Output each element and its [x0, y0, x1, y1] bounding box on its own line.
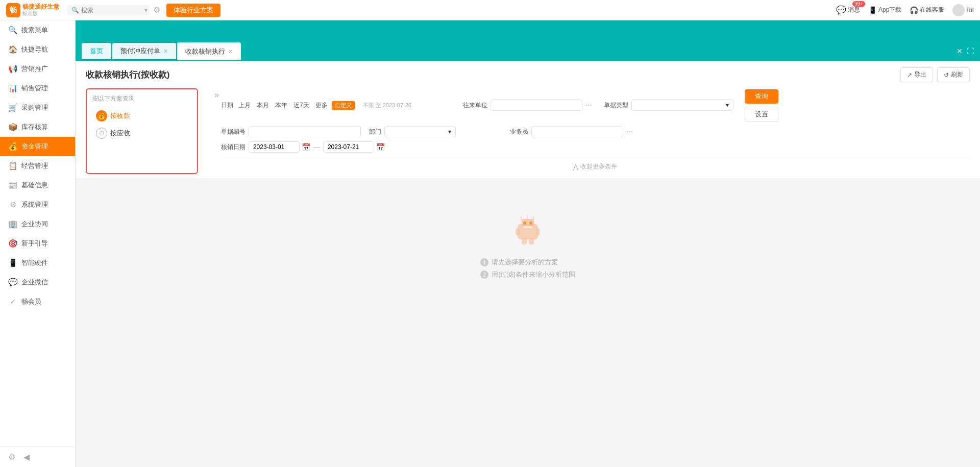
solution-button[interactable]: 体验行业方案 [166, 4, 220, 17]
message-badge: 99+ [852, 1, 865, 7]
filter-option-by-receivable[interactable]: ⏱ 按应收 [92, 125, 192, 142]
collapse-more-conditions[interactable]: ⋀ 收起更多条件 [221, 159, 970, 174]
sidebar-item-inventory[interactable]: 📦 库存核算 [0, 117, 75, 137]
refresh-button[interactable]: ↺ 刷新 [937, 67, 970, 82]
user-button[interactable]: Rit [952, 4, 974, 16]
sidebar-item-business[interactable]: 📋 经营管理 [0, 156, 75, 176]
date-custom-tag[interactable]: 自定义 [332, 101, 355, 110]
tab-receipt[interactable]: 收款核销执行 ✕ [177, 42, 241, 60]
filter-field-counterpart: 往来单位 ··· [463, 100, 596, 111]
sidebar-item-basic[interactable]: 📰 基础信息 [0, 176, 75, 195]
empty-state-image [507, 209, 548, 250]
empty-state: 1 请先选择要分析的方案 2 用[过滤]条件来缩小分析范围 [76, 178, 980, 300]
sidebar-item-enterprise[interactable]: 🏢 企业协同 [0, 214, 75, 234]
page-content: 收款核销执行(按收款) ↗ 导出 ↺ 刷新 按以下方案 [76, 61, 980, 467]
filter-buttons: 查询 设置 [745, 89, 778, 122]
svg-point-2 [523, 222, 526, 225]
enterprise-icon: 🏢 [8, 219, 17, 229]
dept-select[interactable]: ▾ [384, 126, 456, 137]
staff-dots-icon[interactable]: ··· [626, 127, 633, 136]
date-range-separator: — [313, 143, 320, 151]
date-shortcut-this-month[interactable]: 本月 [255, 100, 271, 111]
sidebar-item-label: 经营管理 [21, 161, 48, 170]
message-button[interactable]: 💬 消息 99+ [836, 5, 860, 15]
service-label: 在线客服 [920, 6, 944, 14]
date-label: 日期 [221, 101, 233, 110]
sidebar-item-guide[interactable]: 🎯 新手引导 [0, 234, 75, 253]
sidebar-item-marketing[interactable]: 📢 营销推广 [0, 59, 75, 79]
dept-label: 部门 [369, 128, 381, 136]
tip-num-1: 1 [480, 258, 488, 266]
export-icon: ↗ [907, 71, 912, 79]
doc-type-select[interactable]: ▾ [631, 100, 733, 111]
tab-receipt-close[interactable]: ✕ [228, 48, 233, 55]
sidebar-item-member[interactable]: ✓ 畅会员 [0, 292, 75, 311]
sidebar-item-hardware[interactable]: 📱 智能硬件 [0, 253, 75, 273]
verify-date-end-input[interactable] [323, 141, 374, 153]
date-shortcut-7days[interactable]: 近7天 [291, 100, 311, 111]
filter-field-date: 日期 上月 本月 本年 近7天 更多 自定义 [221, 100, 355, 111]
filter-field-verify-date: 核销日期 📅 — 📅 [221, 141, 385, 153]
page-title: 收款核销执行(按收款) [86, 69, 169, 81]
filter-field-doc-no: 单据编号 [221, 126, 361, 137]
chevron-up-icon: ⋀ [573, 163, 578, 170]
filter-scheme-panel: 按以下方案查询 💰 按收款 ⏱ 按应收 [86, 88, 198, 174]
tab-expand-icon[interactable]: ⛶ [967, 47, 974, 55]
tabs-bar: 首页 预付冲应付单 ✕ 收款核销执行 ✕ ✕ ⛶ [76, 41, 980, 61]
staff-label: 业务员 [510, 128, 528, 136]
business-icon: 📋 [8, 161, 17, 170]
sidebar-item-quick[interactable]: 🏠 快捷导航 [0, 40, 75, 59]
tab-home-label: 首页 [90, 46, 103, 56]
tab-prepay[interactable]: 预付冲应付单 ✕ [112, 43, 176, 59]
date-shortcut-last-month[interactable]: 上月 [236, 100, 253, 111]
export-button[interactable]: ↗ 导出 [900, 67, 933, 82]
page-actions: ↗ 导出 ↺ 刷新 [900, 67, 970, 82]
verify-date-end-group: 📅 [323, 141, 385, 153]
sidebar-item-system[interactable]: ⚙ 系统管理 [0, 195, 75, 214]
settings-icon[interactable]: ⚙ [8, 452, 15, 462]
collapse-filter-left-button[interactable]: » [212, 88, 221, 102]
sidebar-item-label: 营销推广 [21, 64, 48, 73]
doc-no-input[interactable] [249, 126, 361, 137]
settings-button[interactable]: 设置 [745, 107, 778, 122]
calendar-end-icon[interactable]: 📅 [376, 143, 385, 151]
filter-option-by-receipt[interactable]: 💰 按收款 [92, 107, 192, 125]
calendar-start-icon[interactable]: 📅 [302, 143, 310, 151]
collapse-label: 收起更多条件 [580, 162, 617, 171]
staff-input[interactable] [531, 126, 623, 137]
avatar [952, 4, 965, 16]
message-label: 消息 [848, 6, 860, 14]
sidebar-item-finance[interactable]: 💰 资金管理 [0, 137, 75, 156]
sidebar-item-sales[interactable]: 📊 销售管理 [0, 79, 75, 98]
verify-date-start-input[interactable] [249, 141, 300, 153]
tab-home[interactable]: 首页 [82, 43, 111, 59]
sidebar-item-search[interactable]: 🔍 搜索菜单 [0, 20, 75, 40]
logo-icon: 畅 [6, 3, 20, 17]
counterpart-dots-icon[interactable]: ··· [585, 101, 592, 110]
doc-type-label: 单据类型 [604, 101, 628, 110]
appdown-label: App下载 [878, 6, 901, 14]
query-button[interactable]: 查询 [745, 89, 778, 104]
counterpart-input[interactable] [491, 100, 582, 111]
wechat-icon: 💬 [8, 278, 17, 287]
gear-icon[interactable]: ⚙ [153, 5, 160, 15]
sidebar-bottom: ⚙ ◀ [0, 447, 75, 467]
search-bar[interactable]: 🔍 ▾ [67, 5, 149, 15]
sales-icon: 📊 [8, 84, 17, 93]
sidebar-item-purchase[interactable]: 🛒 采购管理 [0, 98, 75, 117]
date-shortcut-more[interactable]: 更多 [313, 100, 330, 111]
service-button[interactable]: 🎧 在线客服 [910, 6, 944, 14]
date-shortcut-this-year[interactable]: 本年 [273, 100, 289, 111]
sidebar: 🔍 搜索菜单 🏠 快捷导航 📢 营销推广 📊 销售管理 🛒 采购管理 📦 库存核… [0, 20, 76, 467]
collapse-sidebar-icon[interactable]: ◀ [23, 452, 30, 462]
search-input[interactable] [81, 7, 142, 14]
tab-receipt-label: 收款核销执行 [185, 47, 225, 56]
sidebar-item-label: 系统管理 [21, 200, 48, 209]
filter-scheme-title: 按以下方案查询 [92, 94, 192, 103]
appdown-button[interactable]: 📱 App下载 [868, 6, 901, 14]
tab-prepay-close[interactable]: ✕ [163, 48, 168, 55]
app-version: 标准版 [22, 11, 59, 17]
sidebar-item-wechat[interactable]: 💬 企业微信 [0, 273, 75, 292]
dropdown-icon[interactable]: ▾ [144, 7, 148, 14]
tab-close-icon[interactable]: ✕ [957, 47, 963, 55]
